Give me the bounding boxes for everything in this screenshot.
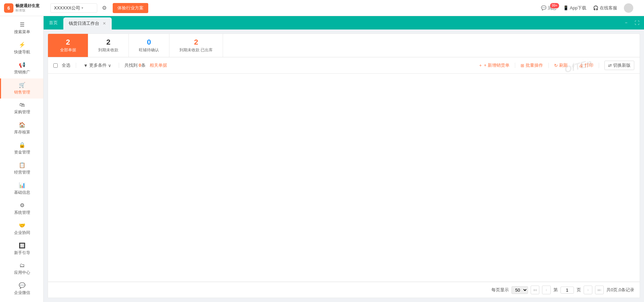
sidebar-item-operations[interactable]: 📋 经营管理 xyxy=(0,159,43,179)
sidebar-item-label: 经营管理 xyxy=(14,170,30,175)
tab-bar-right: － ⛶ xyxy=(622,16,644,29)
stat-tab-all[interactable]: 2 全部单据 xyxy=(48,34,88,57)
first-page-button[interactable]: ⏮ xyxy=(531,286,539,294)
toolbar-right: ＋ + 新增销货单 ⊞ 批量操作 ↻ 刷新 🖨 xyxy=(478,61,634,70)
sidebar-item-cooperation[interactable]: 🤝 企业协同 xyxy=(0,219,43,239)
add-sales-button[interactable]: ＋ + 新增销货单 xyxy=(478,62,509,68)
sidebar-item-finance[interactable]: 🔒 资金管理 xyxy=(0,138,43,159)
company-name: XXXXXX公司 xyxy=(54,5,80,11)
sidebar-item-search-menu[interactable]: ☰ 搜索菜单 xyxy=(0,18,43,38)
page-input[interactable] xyxy=(560,287,574,294)
sidebar-item-base-info[interactable]: 📊 基础信息 xyxy=(0,179,43,199)
stats-tabs: 2 全部单据 2 到期未收款 0 旺辅待确认 2 到期未收款 已出库 xyxy=(48,34,640,57)
online-service-button[interactable]: 🎧 在线客服 xyxy=(593,5,617,11)
sidebar-item-label: 销售管理 xyxy=(14,89,30,95)
sidebar-item-label: 新手引导 xyxy=(14,250,30,256)
quick-nav-icon: ⚡ xyxy=(19,42,25,48)
inventory-icon: 🏠 xyxy=(19,122,25,128)
divider2 xyxy=(119,63,119,68)
tab-bar: 首页 钱货日清工作台 ✕ － ⛶ xyxy=(44,16,644,29)
sidebar-item-label: 采购管理 xyxy=(14,109,30,115)
chevron-down-icon: ∨ xyxy=(108,63,111,68)
stat-tab-pending[interactable]: 0 旺辅待确认 xyxy=(129,34,169,57)
sidebar-item-system[interactable]: ⚙ 系统管理 xyxy=(0,199,43,219)
sidebar-item-sales[interactable]: 🛒 销售管理 xyxy=(0,78,43,99)
per-page-label: 每页显示 xyxy=(491,287,509,293)
sidebar-item-wechat[interactable]: 💬 企业微信 xyxy=(0,279,43,299)
sidebar-item-quick-nav[interactable]: ⚡ 快捷导航 xyxy=(0,38,43,58)
message-icon: 💬 xyxy=(541,5,546,10)
next-page-button[interactable]: › xyxy=(584,286,592,294)
trial-button[interactable]: 体验行业方案 xyxy=(113,3,148,13)
content-area: 首页 钱货日清工作台 ✕ － ⛶ 2 全部单据 2 到期未收款 xyxy=(44,16,644,302)
search-menu-icon: ☰ xyxy=(20,21,24,28)
top-header: 6 畅捷通好生意 标准版 XXXXXX公司 ▾ ⚙ 体验行业方案 💬 消息 99… xyxy=(0,0,644,16)
prev-page-button[interactable]: ‹ xyxy=(542,286,551,294)
company-selector[interactable]: XXXXXX公司 ▾ xyxy=(50,3,97,13)
system-icon: ⚙ xyxy=(20,202,24,208)
tab-cash-flow[interactable]: 钱货日清工作台 ✕ xyxy=(63,17,112,29)
batch-icon: ⊞ xyxy=(521,63,524,68)
messages-badge: 99+ xyxy=(550,3,559,8)
sidebar-item-guide[interactable]: 🔲 新手引导 xyxy=(0,239,43,259)
messages-button[interactable]: 💬 消息 99+ xyxy=(541,5,556,11)
refresh-icon: ↻ xyxy=(554,63,558,68)
app-center-icon: 🗂 xyxy=(19,262,25,268)
sidebar-item-label: 企业微信 xyxy=(14,290,30,296)
found-count: 0 xyxy=(139,63,141,68)
stat-label-all: 全部单据 xyxy=(60,47,76,53)
batch-operations-button[interactable]: ⊞ 批量操作 xyxy=(521,62,543,68)
divider xyxy=(76,63,76,68)
app-download-button[interactable]: 📱 App下载 xyxy=(563,5,586,11)
header-right: 💬 消息 99+ 📱 App下载 🎧 在线客服 xyxy=(541,3,640,13)
stat-label-unshipped: 到期未收款 已出库 xyxy=(179,47,213,53)
found-text: 共找到 0条 xyxy=(124,62,146,68)
sidebar-item-label: 库存核算 xyxy=(14,129,30,135)
settings-button[interactable]: ⚙ xyxy=(100,3,109,12)
page-suffix: 页 xyxy=(577,287,581,293)
tab-minimize-icon[interactable]: － xyxy=(622,19,631,26)
current-page-label: 第 xyxy=(553,287,558,293)
sidebar-item-member[interactable]: ✌ 畅会员 xyxy=(0,299,43,302)
stat-tab-unshipped[interactable]: 2 到期未收款 已出库 xyxy=(169,34,223,57)
select-all-checkbox[interactable] xyxy=(53,63,58,68)
page-content: 2 全部单据 2 到期未收款 0 旺辅待确认 2 到期未收款 已出库 xyxy=(44,29,644,302)
switch-version-button[interactable]: ⇄ 切换新版 xyxy=(604,61,634,70)
total-info: 共0页,0条记录 xyxy=(606,287,634,293)
sidebar-item-label: 企业协同 xyxy=(14,230,30,236)
divider5 xyxy=(573,63,574,68)
sidebar-item-app-center[interactable]: 🗂 应用中心 xyxy=(0,259,43,279)
sidebar-item-inventory[interactable]: 🏠 库存核算 xyxy=(0,118,43,138)
base-info-icon: 📊 xyxy=(19,182,25,188)
table-area xyxy=(48,74,640,282)
sidebar-item-purchase[interactable]: 🛍 采购管理 xyxy=(0,99,43,118)
tab-home-label: 首页 xyxy=(49,20,58,26)
tab-maximize-icon[interactable]: ⛶ xyxy=(633,19,641,26)
print-button[interactable]: 🖨 打印 xyxy=(579,62,593,68)
avatar[interactable] xyxy=(624,3,633,13)
switch-icon: ⇄ xyxy=(608,63,612,68)
logo-icon: 6 xyxy=(4,3,13,13)
sidebar-item-label: 系统管理 xyxy=(14,210,30,216)
app-icon: 📱 xyxy=(563,5,569,10)
last-page-button[interactable]: ⏭ xyxy=(595,286,604,294)
wechat-icon: 💬 xyxy=(19,282,25,289)
divider3 xyxy=(515,63,515,68)
stat-tab-overdue[interactable]: 2 到期未收款 xyxy=(88,34,129,57)
sidebar-item-marketing[interactable]: 📢 营销推广 xyxy=(0,58,43,78)
tab-close-icon[interactable]: ✕ xyxy=(103,21,106,26)
refresh-button[interactable]: ↻ 刷新 xyxy=(554,62,568,68)
main-layout: ☰ 搜索菜单 ⚡ 快捷导航 📢 营销推广 🛒 销售管理 🛍 采购管理 🏠 库存核… xyxy=(0,16,644,302)
plus-icon: ＋ xyxy=(478,62,483,68)
sales-icon: 🛒 xyxy=(19,82,25,88)
print-icon: 🖨 xyxy=(579,63,583,68)
logo-text: 畅捷通好生意 标准版 xyxy=(15,4,40,12)
tab-home[interactable]: 首页 xyxy=(44,16,63,29)
sidebar-item-label: 搜索菜单 xyxy=(14,29,30,35)
stat-number-unshipped: 2 xyxy=(194,38,198,47)
stat-number-all: 2 xyxy=(66,38,70,47)
page-size-select[interactable]: 50 xyxy=(512,286,528,294)
more-filters-button[interactable]: ▼ 更多条件 ∨ xyxy=(82,61,113,70)
sidebar: ☰ 搜索菜单 ⚡ 快捷导航 📢 营销推广 🛒 销售管理 🛍 采购管理 🏠 库存核… xyxy=(0,16,44,302)
select-all-label: 全选 xyxy=(62,62,70,68)
